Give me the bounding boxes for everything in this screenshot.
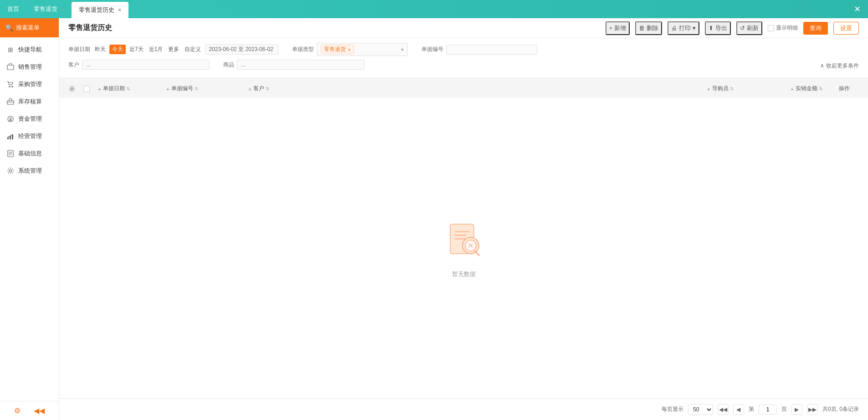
empty-text: 暂无数据	[452, 270, 476, 278]
date-range-input[interactable]: 2023-06-02 至 2023-06-02	[205, 44, 278, 55]
th-amount-sort-icon: ⇅	[819, 86, 822, 91]
refresh-button[interactable]: ↺ 刷新	[736, 21, 762, 35]
window-close-button[interactable]: ✕	[847, 4, 868, 14]
total-text: 共0页, 0条记录	[822, 405, 859, 413]
filter-type: 单据类型 零售退货 × ▾	[292, 43, 408, 56]
filter-area: 单据日期 昨天 今天 近7天 近1月 更多 自定义 2023-06-02 至 2…	[59, 38, 868, 78]
date-btn-today[interactable]: 今天	[109, 45, 126, 54]
filter-row-2: 客户 商品 ∧ 收起更多条件	[68, 60, 859, 70]
tab-retail-return-history[interactable]: 零售退货历史 ×	[72, 2, 128, 18]
search-icon: 🔍	[5, 24, 13, 31]
sidebar-item-purchase[interactable]: 采购管理	[0, 76, 59, 93]
filter-number: 单据编号	[421, 45, 537, 55]
sidebar-item-inventory[interactable]: 库存核算	[0, 93, 59, 110]
prev-page-button[interactable]: ◀	[733, 404, 744, 415]
sidebar-item-basic-info[interactable]: 基础信息	[0, 145, 59, 162]
sort-asc-icon5: ▲	[790, 87, 794, 91]
svg-rect-5	[7, 137, 9, 139]
svg-rect-3	[7, 101, 14, 104]
export-button[interactable]: ⬆ 导出	[705, 21, 731, 35]
first-page-button[interactable]: ◀◀	[718, 404, 729, 415]
date-btn-custom[interactable]: 自定义	[183, 45, 203, 54]
pagination: 每页显示 50 20 100 ◀◀ ◀ 第 页 ▶ ▶▶ 共0页, 0条记录	[59, 398, 868, 420]
sort-asc-icon4: ▲	[707, 87, 711, 91]
page-label: 第	[749, 405, 754, 413]
page-suffix: 页	[781, 405, 787, 413]
sort-asc-icon: ▲	[98, 87, 102, 91]
system-icon	[6, 167, 15, 175]
type-select-dropdown-icon: ▾	[401, 46, 404, 53]
empty-icon	[441, 217, 487, 263]
header-actions: + 新增 🗑 删除 🖨 打印 ▾ ⬆ 导出 ↺ 刷新 显示明细	[606, 21, 859, 35]
th-no[interactable]: ▲ 单据编号 ⇅	[162, 85, 244, 92]
date-btn-7days[interactable]: 近7天	[128, 45, 145, 54]
basic-info-icon	[6, 149, 15, 158]
print-dropdown-icon: ▾	[693, 25, 696, 31]
sidebar-item-finance[interactable]: 资金管理	[0, 110, 59, 128]
date-btn-more[interactable]: 更多	[166, 45, 181, 54]
svg-rect-0	[7, 65, 14, 70]
filter-row-1: 单据日期 昨天 今天 近7天 近1月 更多 自定义 2023-06-02 至 2…	[68, 43, 859, 56]
table-header: ▲ 单据日期 ⇅ ▲ 单据编号 ⇅ ▲ 客户 ⇅ ▲ 导购员 ⇅ ▲ 实销金额	[59, 80, 868, 97]
goods-input[interactable]	[237, 60, 365, 70]
tab-retail-return-close[interactable]: ×	[61, 6, 64, 12]
print-icon: 🖨	[671, 25, 677, 31]
sort-asc-icon3: ▲	[248, 87, 252, 91]
select-all-checkbox[interactable]	[83, 86, 90, 92]
sidebar-item-system[interactable]: 系统管理	[0, 162, 59, 179]
sidebar-item-operations[interactable]: 经营管理	[0, 128, 59, 145]
th-date[interactable]: ▲ 单据日期 ⇅	[94, 85, 162, 92]
tab-retail-return-history-close[interactable]: ×	[118, 7, 121, 13]
tab-retail-return[interactable]: 零售退货 ×	[26, 0, 72, 18]
audio-footer-icon[interactable]: ◀◀	[34, 406, 45, 415]
next-page-button[interactable]: ▶	[791, 404, 802, 415]
date-btn-1month[interactable]: 近1月	[147, 45, 165, 54]
svg-point-9	[10, 170, 12, 172]
empty-state: 暂无数据	[59, 97, 868, 398]
number-input[interactable]	[446, 45, 537, 55]
svg-point-10	[71, 88, 73, 90]
page-title: 零售退货历史	[68, 23, 112, 33]
filter-customer: 客户	[68, 60, 210, 70]
tab-home[interactable]: 首页	[0, 0, 26, 18]
nav-tabs: 首页 零售退货 × 零售退货历史 ×	[0, 0, 847, 18]
customer-input[interactable]	[82, 60, 210, 70]
table-settings-icon[interactable]	[65, 86, 79, 92]
query-button[interactable]: 查询	[803, 22, 828, 35]
sidebar-item-sales[interactable]: 销售管理	[0, 58, 59, 76]
th-no-sort-icon: ⇅	[195, 86, 198, 91]
delete-button[interactable]: 🗑 删除	[635, 21, 662, 35]
delete-icon: 🗑	[639, 25, 645, 31]
table-select-all[interactable]	[79, 86, 94, 92]
svg-rect-12	[455, 231, 469, 232]
svg-rect-7	[12, 134, 13, 139]
date-btn-yesterday[interactable]: 昨天	[93, 45, 108, 54]
th-amount[interactable]: ▲ 实销金额 ⇅	[771, 85, 826, 92]
settings-footer-icon[interactable]: ⚙	[14, 406, 21, 415]
sidebar-footer: ⚙ ◀◀	[0, 401, 59, 420]
sidebar-items: ⊞ 快捷导航 销售管理 采购管理 库存核算 资金管理	[0, 37, 59, 401]
sidebar: 🔍 搜索菜单 ⊞ 快捷导航 销售管理 采购管理 库存核算	[0, 18, 59, 420]
show-detail-label[interactable]: 显示明细	[768, 24, 798, 32]
svg-line-17	[475, 251, 479, 256]
page-number-input[interactable]	[759, 405, 777, 415]
type-tag-close[interactable]: ×	[348, 47, 350, 52]
last-page-button[interactable]: ▶▶	[807, 404, 818, 415]
show-detail-checkbox[interactable]	[768, 25, 774, 31]
refresh-icon: ↺	[740, 25, 745, 31]
collapse-filters-button[interactable]: ∧ 收起更多条件	[820, 62, 859, 70]
sidebar-search[interactable]: 🔍 搜索菜单	[0, 18, 59, 37]
th-customer[interactable]: ▲ 客户 ⇅	[244, 85, 703, 92]
settings-button[interactable]: 设置	[833, 22, 859, 35]
operations-icon	[6, 132, 15, 140]
print-button[interactable]: 🖨 打印 ▾	[668, 21, 699, 35]
page-size-label: 每页显示	[662, 405, 683, 413]
finance-icon	[6, 115, 15, 123]
sidebar-item-quick-nav[interactable]: ⊞ 快捷导航	[0, 41, 59, 58]
page-size-select[interactable]: 50 20 100	[688, 404, 713, 415]
collapse-icon: ∧	[820, 62, 824, 69]
type-select[interactable]: 零售退货 × ▾	[317, 43, 408, 56]
th-guide[interactable]: ▲ 导购员 ⇅	[703, 85, 771, 92]
purchase-icon	[6, 80, 15, 88]
add-button[interactable]: + 新增	[606, 21, 630, 35]
